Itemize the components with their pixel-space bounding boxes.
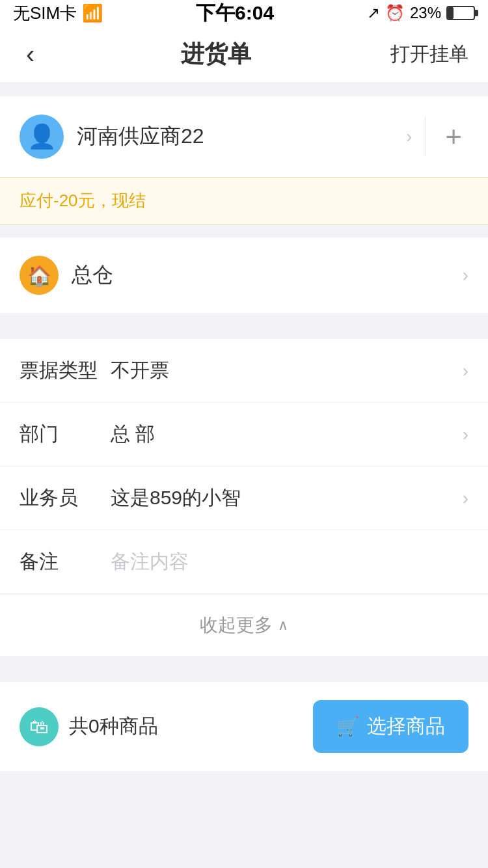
salesperson-label: 业务员 — [20, 485, 98, 511]
salesperson-value: 这是859的小智 — [98, 485, 463, 511]
footer-section: 🛍 共0种商品 🛒 选择商品 — [0, 682, 488, 771]
warehouse-section: 🏠 总仓 › — [0, 237, 488, 313]
warehouse-chevron-icon: › — [463, 265, 468, 286]
section-gap-3 — [0, 313, 488, 326]
select-goods-icon: 🛒 — [336, 716, 359, 737]
select-goods-button[interactable]: 🛒 选择商品 — [313, 700, 468, 753]
vertical-divider — [425, 117, 426, 156]
salesperson-row[interactable]: 业务员 这是859的小智 › — [0, 467, 488, 530]
notice-text: 应付-20元，现结 — [20, 191, 146, 210]
salesperson-chevron-icon: › — [463, 488, 468, 509]
invoice-type-label: 票据类型 — [20, 357, 98, 384]
nav-bar: ‹ 进货单 打开挂单 — [0, 26, 488, 83]
page-title: 进货单 — [181, 38, 251, 70]
wifi-icon: 📶 — [82, 3, 103, 23]
section-gap-1 — [0, 83, 488, 96]
supplier-name: 河南供应商22 — [77, 122, 406, 151]
alarm-icon: ⏰ — [385, 4, 405, 22]
department-label: 部门 — [20, 421, 98, 448]
goods-count-label: 共0种商品 — [69, 713, 158, 740]
section-gap-4 — [0, 656, 488, 669]
battery-icon — [446, 6, 475, 20]
invoice-type-chevron-icon: › — [463, 360, 468, 381]
goods-icon-wrap: 🛍 — [20, 707, 59, 746]
supplier-row[interactable]: 👤 河南供应商22 › + — [0, 96, 488, 177]
status-bar: 无SIM卡 📶 下午6:04 ↗ ⏰ 23% — [0, 0, 488, 26]
department-value: 总 部 — [98, 421, 463, 448]
supplier-avatar: 👤 — [20, 115, 64, 159]
warehouse-label: 总仓 — [72, 261, 463, 290]
form-section: 票据类型 不开票 › 部门 总 部 › 业务员 这是859的小智 › 备注 备注… — [0, 339, 488, 656]
status-left: 无SIM卡 📶 — [13, 2, 103, 25]
supplier-chevron-icon: › — [406, 126, 412, 147]
select-goods-label: 选择商品 — [367, 713, 445, 740]
collapse-label: 收起更多 — [200, 613, 273, 638]
remark-label: 备注 — [20, 549, 98, 575]
department-row[interactable]: 部门 总 部 › — [0, 403, 488, 467]
remark-input[interactable]: 备注内容 — [98, 549, 468, 575]
invoice-type-value: 不开票 — [98, 357, 463, 384]
notice-bar: 应付-20元，现结 — [0, 177, 488, 224]
goods-info: 🛍 共0种商品 — [20, 707, 158, 746]
location-icon: ↗ — [367, 4, 380, 22]
remark-row[interactable]: 备注 备注内容 — [0, 530, 488, 594]
add-supplier-button[interactable]: + — [439, 120, 468, 153]
back-button[interactable]: ‹ — [20, 33, 41, 75]
warehouse-row[interactable]: 🏠 总仓 › — [0, 237, 488, 313]
section-gap-2 — [0, 224, 488, 237]
invoice-type-row[interactable]: 票据类型 不开票 › — [0, 339, 488, 403]
goods-bag-icon: 🛍 — [29, 716, 49, 738]
status-right: ↗ ⏰ 23% — [367, 4, 475, 22]
status-time: 下午6:04 — [196, 0, 274, 27]
avatar-icon: 👤 — [27, 123, 57, 150]
supplier-section: 👤 河南供应商22 › + 应付-20元，现结 — [0, 96, 488, 224]
collapse-bar[interactable]: 收起更多 ∧ — [0, 594, 488, 656]
open-pending-button[interactable]: 打开挂单 — [390, 41, 468, 68]
warehouse-icon-wrap: 🏠 — [20, 256, 59, 295]
warehouse-icon: 🏠 — [27, 264, 51, 287]
battery-label: 23% — [410, 4, 441, 22]
collapse-arrow-icon: ∧ — [278, 617, 288, 634]
background-fill — [0, 771, 488, 868]
carrier-label: 无SIM卡 — [13, 2, 77, 25]
department-chevron-icon: › — [463, 424, 468, 445]
